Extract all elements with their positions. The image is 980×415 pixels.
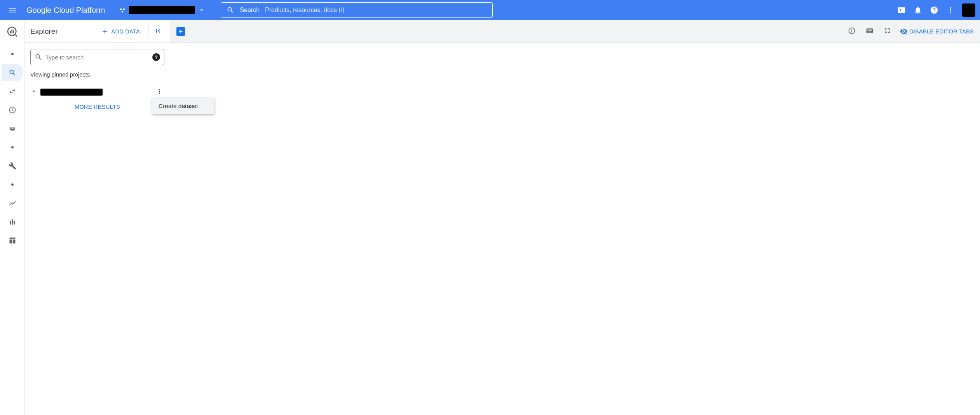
project-context-menu: Create dataset bbox=[152, 98, 214, 114]
left-nav bbox=[0, 20, 25, 415]
explorer-panel: Explorer ADD DATA ? Viewing pinned proje… bbox=[25, 20, 170, 415]
header-actions bbox=[894, 2, 975, 18]
explorer-body: ? Viewing pinned projects. MORE RESULTS bbox=[25, 43, 170, 116]
bell-icon bbox=[914, 6, 922, 14]
fullscreen-button[interactable] bbox=[882, 25, 893, 37]
search-help-icon[interactable]: ? bbox=[152, 53, 160, 61]
leftnav-analytics[interactable] bbox=[2, 195, 23, 212]
collapse-explorer-button[interactable] bbox=[148, 24, 164, 38]
table-icon bbox=[9, 237, 16, 244]
notifications-button[interactable] bbox=[910, 2, 926, 18]
leftnav-bi-engine[interactable] bbox=[2, 213, 23, 230]
visibility-off-icon bbox=[900, 28, 908, 35]
leftnav-reservations[interactable] bbox=[2, 120, 23, 137]
new-tab-button[interactable] bbox=[176, 27, 185, 36]
leftnav-dot-item-1[interactable] bbox=[2, 45, 23, 63]
editor-tabbar: DISABLE EDITOR TABS bbox=[170, 20, 980, 43]
leftnav-dot-item-3[interactable] bbox=[2, 176, 23, 193]
leftnav-sql-workspace[interactable] bbox=[2, 64, 23, 81]
more-vert-icon bbox=[946, 6, 955, 14]
top-header: Google Cloud Platform Search Products, r… bbox=[0, 0, 980, 20]
project-tree-row[interactable] bbox=[30, 85, 164, 99]
platform-title: Google Cloud Platform bbox=[26, 6, 105, 15]
pinned-projects-label: Viewing pinned projects. bbox=[30, 71, 164, 78]
leftnav-admin[interactable] bbox=[2, 157, 23, 174]
project-id-label bbox=[40, 89, 103, 96]
search-icon bbox=[35, 53, 42, 61]
explorer-search-field[interactable]: ? bbox=[30, 49, 164, 65]
svg-point-1 bbox=[123, 9, 125, 10]
cloud-shell-button[interactable] bbox=[894, 2, 909, 18]
disable-editor-tabs-button[interactable]: DISABLE EDITOR TABS bbox=[900, 28, 974, 35]
leftnav-tables[interactable] bbox=[2, 232, 23, 249]
cloud-shell-icon bbox=[897, 6, 906, 14]
create-dataset-menu-item[interactable]: Create dataset bbox=[152, 98, 214, 114]
nav-menu-button[interactable] bbox=[5, 2, 20, 18]
search-label: Search bbox=[240, 7, 260, 14]
chevron-down-icon bbox=[30, 88, 37, 95]
help-icon bbox=[930, 6, 938, 14]
global-search[interactable]: Search Products, resources, docs (/) bbox=[221, 2, 493, 18]
keyboard-shortcuts-button[interactable] bbox=[864, 25, 875, 37]
reservations-icon bbox=[9, 125, 16, 133]
search-icon bbox=[9, 69, 16, 77]
svg-point-0 bbox=[120, 9, 122, 10]
project-name bbox=[129, 6, 195, 14]
more-results-button[interactable]: MORE RESULTS bbox=[30, 104, 164, 110]
leftnav-scheduled-queries[interactable] bbox=[2, 101, 23, 119]
tabbar-actions: DISABLE EDITOR TABS bbox=[846, 25, 974, 37]
bi-engine-icon bbox=[9, 218, 16, 226]
explorer-header: Explorer ADD DATA bbox=[25, 20, 170, 43]
clock-icon bbox=[9, 106, 16, 114]
search-placeholder: Products, resources, docs (/) bbox=[265, 7, 345, 14]
transfer-icon bbox=[9, 87, 16, 95]
fullscreen-icon bbox=[884, 27, 891, 35]
account-avatar[interactable] bbox=[962, 3, 975, 17]
leftnav-dot-item-2[interactable] bbox=[2, 139, 23, 156]
help-button[interactable] bbox=[926, 2, 942, 18]
main-panel: DISABLE EDITOR TABS bbox=[170, 20, 980, 415]
chevron-down-icon bbox=[198, 7, 205, 14]
more-vert-icon bbox=[156, 88, 163, 95]
project-actions-button[interactable] bbox=[154, 86, 164, 98]
add-data-button[interactable]: ADD DATA bbox=[98, 25, 143, 38]
disable-tabs-label: DISABLE EDITOR TABS bbox=[909, 28, 974, 35]
plus-icon bbox=[101, 28, 109, 35]
info-icon bbox=[848, 27, 856, 35]
tab-info-button[interactable] bbox=[846, 25, 857, 37]
tree-expand-toggle[interactable] bbox=[30, 88, 37, 96]
menu-icon bbox=[8, 5, 17, 15]
add-data-label: ADD DATA bbox=[111, 28, 140, 35]
plus-icon bbox=[178, 28, 184, 35]
bigquery-icon bbox=[6, 26, 19, 38]
leftnav-data-transfers[interactable] bbox=[2, 83, 23, 100]
keyboard-icon bbox=[866, 27, 874, 35]
editor-content-area bbox=[170, 43, 980, 415]
bigquery-logo[interactable] bbox=[3, 23, 22, 41]
explorer-title: Explorer bbox=[30, 27, 95, 36]
collapse-panel-icon bbox=[154, 27, 162, 35]
wrench-icon bbox=[9, 162, 16, 170]
explorer-search-input[interactable] bbox=[45, 54, 149, 61]
project-selector[interactable] bbox=[116, 5, 208, 16]
project-icon bbox=[119, 7, 126, 14]
overflow-menu-button[interactable] bbox=[943, 2, 958, 18]
analytics-icon bbox=[9, 199, 16, 207]
search-icon bbox=[227, 6, 234, 14]
svg-point-2 bbox=[122, 11, 124, 13]
